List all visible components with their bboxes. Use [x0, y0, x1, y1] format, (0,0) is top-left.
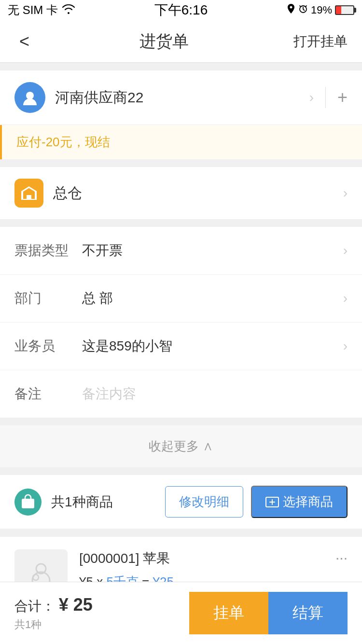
battery-text: 19%: [311, 4, 332, 16]
remark-label: 备注: [14, 385, 72, 403]
warehouse-row[interactable]: 总仓 ›: [0, 167, 362, 219]
edit-detail-button[interactable]: 修改明细: [165, 486, 243, 518]
product-more-button[interactable]: ···: [326, 549, 348, 566]
open-hang-button[interactable]: 打开挂单: [293, 32, 348, 51]
svg-point-1: [26, 92, 34, 99]
product-header: 共1种商品 修改明细 选择商品: [0, 475, 362, 529]
select-product-button[interactable]: 选择商品: [251, 486, 348, 518]
product-count-text: 共1种商品: [51, 493, 165, 511]
product-section: 共1种商品 修改明细 选择商品: [0, 475, 362, 529]
supplier-avatar: [14, 82, 45, 113]
invoice-label: 票据类型: [14, 241, 72, 260]
product-name: [0000001] 苹果: [79, 549, 326, 568]
warehouse-name: 总仓: [53, 183, 338, 203]
remark-row[interactable]: 备注 备注内容: [0, 370, 362, 418]
salesman-row[interactable]: 业务员 这是859的小智 ›: [0, 322, 362, 370]
salesman-label: 业务员: [14, 337, 72, 355]
supplier-card: 河南供应商22 › + 应付-20元，现结: [0, 70, 362, 159]
page-title: 进货单: [139, 30, 189, 53]
supplier-chevron-icon: ›: [309, 90, 314, 105]
svg-rect-2: [27, 195, 31, 199]
divider: [325, 87, 326, 108]
bottom-bar: 合计： ¥ 25 共1种 挂单 结算: [0, 582, 362, 644]
total-label: 合计：: [14, 599, 55, 614]
salesman-chevron-icon: ›: [343, 338, 348, 354]
status-bar: 无 SIM 卡 下午6:16 19%: [0, 0, 362, 20]
content-area: 河南供应商22 › + 应付-20元，现结 总仓 › 票据类型 不开票 › 部门…: [0, 70, 362, 644]
warehouse-chevron-icon: ›: [343, 185, 348, 201]
form-card: 票据类型 不开票 › 部门 总 部 › 业务员 这是859的小智 › 备注 备注…: [0, 227, 362, 418]
location-icon: [287, 3, 295, 17]
department-label: 部门: [14, 289, 72, 308]
back-button[interactable]: <: [14, 27, 34, 56]
supplier-name: 河南供应商22: [55, 88, 305, 108]
total-amount: ¥ 25: [59, 595, 93, 615]
supplier-row[interactable]: 河南供应商22 › +: [0, 70, 362, 125]
wifi-icon: [62, 3, 75, 17]
salesman-value: 这是859的小智: [72, 337, 338, 355]
total-sub: 共1种: [14, 617, 189, 632]
product-count-icon: [14, 489, 42, 516]
department-chevron-icon: ›: [343, 291, 348, 306]
status-time: 下午6:16: [154, 1, 208, 19]
product-id: [0000001]: [79, 551, 143, 566]
total-row: 合计： ¥ 25: [14, 595, 189, 616]
warehouse-icon: [14, 179, 43, 208]
total-area: 合计： ¥ 25 共1种: [14, 595, 189, 632]
collapse-button[interactable]: 收起更多 ∧: [0, 425, 362, 467]
status-left: 无 SIM 卡: [8, 2, 75, 18]
invoice-chevron-icon: ›: [343, 243, 348, 258]
product-title: 苹果: [143, 551, 170, 566]
notice-bar: 应付-20元，现结: [0, 125, 362, 159]
department-value: 总 部: [72, 289, 338, 308]
add-button[interactable]: +: [337, 87, 348, 108]
warehouse-card[interactable]: 总仓 ›: [0, 167, 362, 219]
hang-button[interactable]: 挂单: [189, 592, 268, 634]
invoice-row[interactable]: 票据类型 不开票 ›: [0, 227, 362, 275]
invoice-value: 不开票: [72, 241, 338, 260]
department-row[interactable]: 部门 总 部 ›: [0, 275, 362, 322]
alarm-icon: [298, 4, 308, 16]
collapse-label: 收起更多 ∧: [149, 438, 213, 455]
carrier-text: 无 SIM 卡: [8, 2, 58, 18]
status-right: 19%: [287, 3, 354, 17]
svg-rect-3: [22, 499, 34, 508]
select-product-label: 选择商品: [283, 493, 333, 510]
remark-placeholder: 备注内容: [72, 385, 348, 403]
battery-icon: [335, 5, 354, 15]
checkout-button[interactable]: 结算: [268, 592, 348, 634]
nav-bar: < 进货单 打开挂单: [0, 20, 362, 63]
